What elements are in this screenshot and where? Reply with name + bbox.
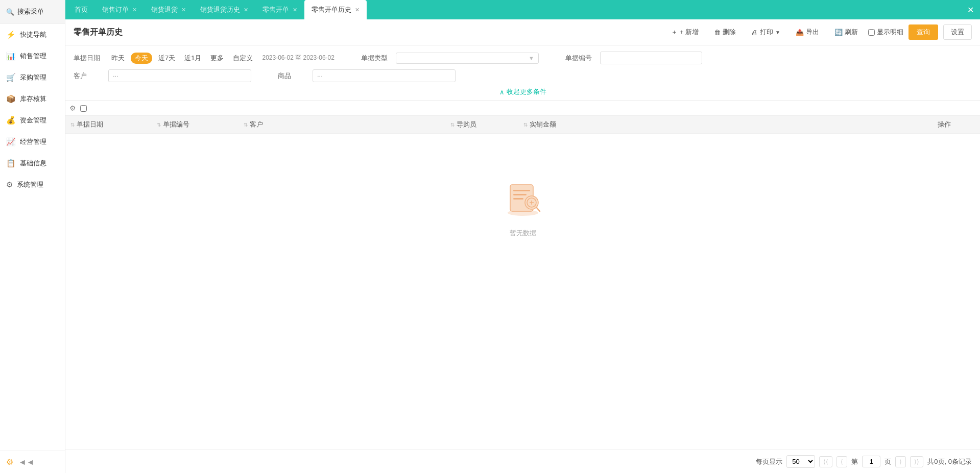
sidebar-item-sys-mgmt[interactable]: ⚙ 系统管理 (0, 174, 65, 195)
col-customer[interactable]: ⇅ 客户 (238, 116, 445, 134)
customer-filter-input[interactable]: ··· (108, 69, 251, 82)
tab-retail-open[interactable]: 零售开单 ✕ (255, 0, 304, 19)
type-filter-label: 单据类型 (361, 54, 390, 63)
refresh-button[interactable]: 🔄 刷新 (829, 25, 863, 39)
goods-filter-input[interactable]: ··· (313, 69, 456, 82)
top-nav: 首页 销售订单 ✕ 销货退货 ✕ 销货退货历史 ✕ 零售开单 ✕ 零售开单历史 … (65, 0, 980, 19)
basic-info-icon: 📋 (6, 159, 16, 168)
col-date-label: 单据日期 (77, 120, 103, 128)
tab-retail-open-history[interactable]: 零售开单历史 ✕ (304, 0, 367, 19)
date-opt-7days[interactable]: 近7天 (155, 53, 178, 64)
table-settings-icon[interactable]: ⚙ (69, 104, 76, 112)
display-detail-checkbox[interactable]: 显示明细 (868, 28, 903, 37)
tab-sales-order-label: 销售订单 (102, 5, 129, 14)
collapse-more-btn[interactable]: ∧ 收起更多条件 (499, 87, 546, 96)
sidebar-item-basic-info[interactable]: 📋 基础信息 (0, 153, 65, 174)
date-opt-1month[interactable]: 近1月 (181, 53, 204, 64)
tab-retail-open-history-label: 零售开单历史 (312, 5, 351, 14)
tab-sales-order[interactable]: 销售订单 ✕ (95, 0, 144, 19)
pagination: 每页显示 10 20 50 100 ⟨⟨ ⟨ 第 页 ⟩ ⟩⟩ 共0页, 0条记… (65, 450, 980, 473)
sidebar-item-purchase-mgmt[interactable]: 🛒 采购管理 (0, 67, 65, 88)
type-dropdown-icon: ▼ (529, 55, 534, 61)
date-opt-more[interactable]: 更多 (207, 53, 227, 64)
per-page-label: 每页显示 (756, 457, 782, 466)
export-label: 导出 (806, 28, 819, 37)
settings-button[interactable]: 设置 (943, 24, 972, 40)
prev-page-btn[interactable]: ⟨ (836, 456, 847, 467)
col-date[interactable]: ⇅ 单据日期 (65, 116, 152, 134)
tab-retail-open-close[interactable]: ✕ (293, 7, 297, 13)
sidebar-item-inventory[interactable]: 📦 库存核算 (0, 88, 65, 110)
print-icon: 🖨 (751, 29, 758, 36)
sales-icon: 📊 (6, 52, 16, 61)
customer-filter-label: 客户 (74, 71, 102, 81)
sidebar-item-label: 系统管理 (17, 180, 43, 189)
delete-label: 删除 (723, 28, 736, 37)
date-opt-yesterday[interactable]: 昨天 (108, 53, 128, 64)
collapse-sidebar-icon[interactable]: ◄◄ (18, 458, 35, 467)
settings-gear-icon[interactable]: ⚙ (6, 457, 13, 467)
add-icon: ＋ (671, 28, 678, 37)
select-all-checkbox[interactable] (80, 105, 87, 112)
window-close-icon[interactable]: ✕ (961, 5, 980, 15)
col-action-label: 操作 (938, 120, 951, 128)
col-amount[interactable]: ⇅ 实销金额 (518, 116, 933, 134)
sidebar-search[interactable]: 🔍 搜索采单 (0, 0, 65, 24)
empty-text: 暂无数据 (510, 229, 536, 238)
sidebar-item-operations[interactable]: 📈 经营管理 (0, 131, 65, 153)
search-icon: 🔍 (6, 8, 14, 16)
print-button[interactable]: 🖨 打印 ▼ (746, 25, 785, 39)
quick-nav-icon: ⚡ (6, 30, 16, 39)
next-page-btn[interactable]: ⟩ (895, 456, 906, 467)
collapse-up-icon: ∧ (499, 88, 505, 96)
table-header: ⇅ 单据日期 ⇅ 单据编号 ⇅ 客户 ⇅ 导购员 (65, 116, 980, 134)
number-filter-label: 单据编号 (565, 54, 594, 63)
display-detail-input[interactable] (868, 29, 875, 36)
settings-label: 设置 (951, 28, 964, 36)
current-page-label: 第 (851, 457, 858, 466)
first-page-btn[interactable]: ⟨⟨ (819, 456, 832, 467)
col-customer-sort-icon: ⇅ (244, 122, 248, 128)
goods-dots: ··· (317, 72, 323, 80)
sys-mgmt-icon: ⚙ (6, 180, 13, 189)
last-page-btn[interactable]: ⟩⟩ (910, 456, 923, 467)
svg-rect-2 (513, 190, 530, 191)
per-page-select[interactable]: 10 20 50 100 (786, 455, 815, 468)
date-opt-today[interactable]: 今天 (131, 53, 152, 64)
number-filter-input[interactable] (600, 52, 702, 64)
tab-sales-return-history[interactable]: 销货退货历史 ✕ (193, 0, 255, 19)
sidebar-item-label: 基础信息 (20, 159, 46, 168)
col-guide[interactable]: ⇅ 导购员 (445, 116, 518, 134)
page-number-input[interactable] (862, 456, 880, 467)
query-button[interactable]: 查询 (909, 24, 938, 40)
export-button[interactable]: 📤 导出 (791, 25, 824, 39)
tab-sales-order-close[interactable]: ✕ (132, 7, 137, 13)
col-amount-label: 实销金额 (530, 120, 556, 128)
purchase-icon: 🛒 (6, 73, 16, 82)
sidebar-item-sales-mgmt[interactable]: 📊 销售管理 (0, 45, 65, 67)
filter-area: 单据日期 昨天 今天 近7天 近1月 更多 自定义 2023-06-02 至 2… (65, 45, 980, 101)
main-content: 首页 销售订单 ✕ 销货退货 ✕ 销货退货历史 ✕ 零售开单 ✕ 零售开单历史 … (65, 0, 980, 473)
type-filter-select[interactable]: ▼ (396, 53, 539, 64)
operations-icon: 📈 (6, 137, 16, 146)
sidebar-item-finance[interactable]: 💰 资金管理 (0, 110, 65, 131)
col-number[interactable]: ⇅ 单据编号 (152, 116, 238, 134)
add-button[interactable]: ＋ + 新增 (666, 25, 704, 39)
col-guide-label: 导购员 (457, 120, 476, 128)
tab-sales-return-close[interactable]: ✕ (181, 7, 186, 13)
sidebar-bottom: ⚙ ◄◄ (0, 451, 65, 473)
empty-state: 暂无数据 (65, 134, 980, 279)
header-row: ⇅ 单据日期 ⇅ 单据编号 ⇅ 客户 ⇅ 导购员 (65, 116, 980, 134)
tab-sales-return-history-close[interactable]: ✕ (244, 7, 248, 13)
data-table: ⇅ 单据日期 ⇅ 单据编号 ⇅ 客户 ⇅ 导购员 (65, 116, 980, 134)
delete-button[interactable]: 🗑 删除 (709, 25, 741, 39)
col-number-label: 单据编号 (163, 120, 189, 128)
tab-sales-return[interactable]: 销货退货 ✕ (144, 0, 193, 19)
sidebar-item-quick-nav[interactable]: ⚡ 快捷导航 (0, 24, 65, 45)
export-icon: 📤 (796, 29, 804, 36)
col-number-sort-icon: ⇅ (157, 122, 161, 128)
sidebar-item-label: 经营管理 (20, 137, 46, 146)
tab-home[interactable]: 首页 (67, 0, 95, 19)
date-opt-custom[interactable]: 自定义 (230, 53, 256, 64)
tab-retail-open-history-close[interactable]: ✕ (355, 7, 360, 13)
